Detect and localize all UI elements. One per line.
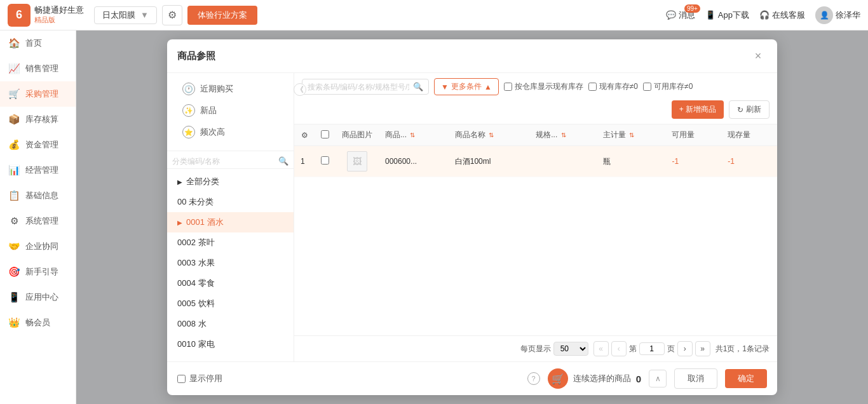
avatar: 👤 <box>815 6 833 24</box>
table-body: 1 🖼 <box>294 146 777 177</box>
show-disabled-label[interactable]: 显示停用 <box>177 373 222 384</box>
finance-icon: 💰 <box>8 138 20 151</box>
app-download-item[interactable]: 📱 App下载 <box>705 10 749 21</box>
sidebar-item-sales[interactable]: 📈 销售管理 <box>0 56 76 81</box>
show-disabled-checkbox[interactable] <box>177 375 186 383</box>
recent-icon: 🕐 <box>182 83 195 95</box>
cancel-btn[interactable]: 取消 <box>674 368 717 389</box>
collapse-icon: ∧ <box>655 374 661 383</box>
message-icon: 💬 <box>666 10 676 20</box>
message-item[interactable]: 💬 消息 99+ <box>666 10 695 21</box>
user-area[interactable]: 👤 徐泽华 <box>815 6 860 24</box>
check-available-nonzero[interactable]: 可用库存≠0 <box>643 81 693 92</box>
logo-icon: 6 <box>8 4 31 27</box>
more-filter-btn[interactable]: ▼ 更多条件 ▲ <box>434 78 499 95</box>
cat-drink[interactable]: 0005 饮料 <box>167 293 294 314</box>
check-available-input[interactable] <box>643 83 651 91</box>
sidebar-item-collab[interactable]: 🤝 企业协同 <box>0 234 76 259</box>
collapse-icon: 《 <box>294 83 306 96</box>
row-checkbox[interactable] <box>321 156 329 165</box>
col-name[interactable]: 商品名称 ⇅ <box>449 125 529 146</box>
product-search-input[interactable] <box>308 83 409 91</box>
check-nonzero-stock[interactable]: 现有库存≠0 <box>588 81 638 92</box>
sidebar-item-basic[interactable]: 📋 基础信息 <box>0 183 76 208</box>
pagination-summary: 共1页，1条记录 <box>715 344 770 354</box>
product-search-box: 🔍 <box>302 79 429 95</box>
confirm-btn[interactable]: 确定 <box>725 369 767 388</box>
purchase-icon: 🛒 <box>8 88 20 100</box>
footer-right: ? 🛒 连续选择的商品 0 ∧ 取消 确定 <box>527 368 767 389</box>
add-product-btn[interactable]: + 新增商品 <box>672 100 724 119</box>
gear-icon: ⚙ <box>168 9 177 21</box>
col-settings[interactable]: ⚙ <box>294 125 315 146</box>
sidebar-item-finance[interactable]: 💰 资金管理 <box>0 132 76 158</box>
service-item[interactable]: 🎧 在线客服 <box>759 10 805 21</box>
sidebar-item-inventory[interactable]: 📦 库存核算 <box>0 107 76 132</box>
first-page-btn[interactable]: « <box>593 341 609 356</box>
frequent-icon: ⭐ <box>182 126 195 138</box>
next-page-btn[interactable]: › <box>677 341 693 356</box>
search-icon[interactable]: 🔍 <box>278 156 288 166</box>
sidebar-item-operations[interactable]: 📊 经营管理 <box>0 158 76 183</box>
cat-uncategorized[interactable]: 00 未分类 <box>167 192 294 212</box>
col-code[interactable]: 商品... ⇅ <box>379 125 449 146</box>
check-nonzero-input[interactable] <box>588 83 597 91</box>
category-search-input[interactable] <box>172 157 278 166</box>
page-input[interactable] <box>639 342 665 355</box>
sidebar-item-apps[interactable]: 📱 应用中心 <box>0 285 76 310</box>
col-unit[interactable]: 主计量 ⇅ <box>597 125 666 146</box>
cat-tea[interactable]: 0002 茶叶 <box>167 232 294 253</box>
show-disabled-text: 显示停用 <box>189 373 222 384</box>
check-warehouse-stock[interactable]: 按仓库显示现有库存 <box>504 81 583 92</box>
modal-close-btn[interactable]: × <box>749 47 767 65</box>
sidebar-item-member[interactable]: 👑 畅会员 <box>0 310 76 335</box>
sidebar-item-home[interactable]: 🏠 首页 <box>0 30 76 56</box>
cat-alcohol[interactable]: ▶ 0001 酒水 <box>167 212 294 232</box>
cell-code: 000600... <box>379 146 449 177</box>
cart-area: 🛒 连续选择的商品 0 <box>548 368 641 389</box>
dropdown-arrow-icon: ▼ <box>140 10 149 20</box>
col-available: 可用量 <box>665 125 721 146</box>
sort-icon: ⇅ <box>489 131 494 138</box>
quick-frequent-label: 频次高 <box>200 126 225 138</box>
col-spec[interactable]: 规格... ⇅ <box>529 125 597 146</box>
collapse-btn[interactable]: ∧ <box>649 370 667 387</box>
page-size-select[interactable]: 20 50 100 <box>553 342 588 356</box>
quick-new[interactable]: ✨ 新品 <box>172 100 288 121</box>
store-dropdown[interactable]: 日太阳膜 ▼ <box>94 6 157 24</box>
table-row[interactable]: 1 🖼 <box>294 146 777 177</box>
cat-label: 0008 水 <box>177 318 207 330</box>
cat-label: 0003 水果 <box>177 257 215 269</box>
settings-btn[interactable]: ⚙ <box>162 5 182 25</box>
table-pagination: 每页显示 20 50 100 « ‹ 第 <box>294 335 777 361</box>
help-icon[interactable]: ? <box>527 372 540 385</box>
cat-appliance[interactable]: 0010 家电 <box>167 334 294 354</box>
cart-btn[interactable]: 🛒 <box>548 368 568 389</box>
trial-btn[interactable]: 体验行业方案 <box>187 6 257 25</box>
cell-img: 🖼 <box>336 146 379 177</box>
apps-icon: 📱 <box>8 291 20 304</box>
refresh-btn[interactable]: ↻ 刷新 <box>729 100 770 119</box>
sidebar-item-system[interactable]: ⚙ 系统管理 <box>0 208 76 234</box>
check-warehouse-input[interactable] <box>504 83 512 91</box>
cell-checkbox[interactable] <box>315 146 336 177</box>
sidebar-item-purchase[interactable]: 🛒 采购管理 <box>0 81 76 107</box>
select-all-checkbox[interactable] <box>321 130 329 138</box>
cat-water[interactable]: 0008 水 <box>167 314 294 334</box>
cat-snack[interactable]: 0004 零食 <box>167 273 294 293</box>
last-page-btn[interactable]: » <box>695 341 710 356</box>
refresh-label: 刷新 <box>746 104 761 115</box>
quick-recent[interactable]: 🕐 近期购买 <box>172 78 288 100</box>
search-icon[interactable]: 🔍 <box>413 82 423 91</box>
quick-recent-label: 近期购买 <box>200 83 233 95</box>
page-size-selector: 每页显示 20 50 100 <box>520 342 588 356</box>
quick-frequent[interactable]: ⭐ 频次高 <box>172 121 288 143</box>
page-nav: « ‹ 第 页 › » <box>593 341 710 356</box>
cat-label: 0001 酒水 <box>186 217 224 228</box>
cat-label: 0002 茶叶 <box>177 237 215 248</box>
prev-page-btn[interactable]: ‹ <box>611 341 627 356</box>
sidebar-item-guide[interactable]: 🎯 新手引导 <box>0 259 76 285</box>
cat-fruit[interactable]: 0003 水果 <box>167 253 294 273</box>
cat-arrow-icon: ▶ <box>177 178 182 185</box>
cat-all[interactable]: ▶ 全部分类 <box>167 172 294 192</box>
